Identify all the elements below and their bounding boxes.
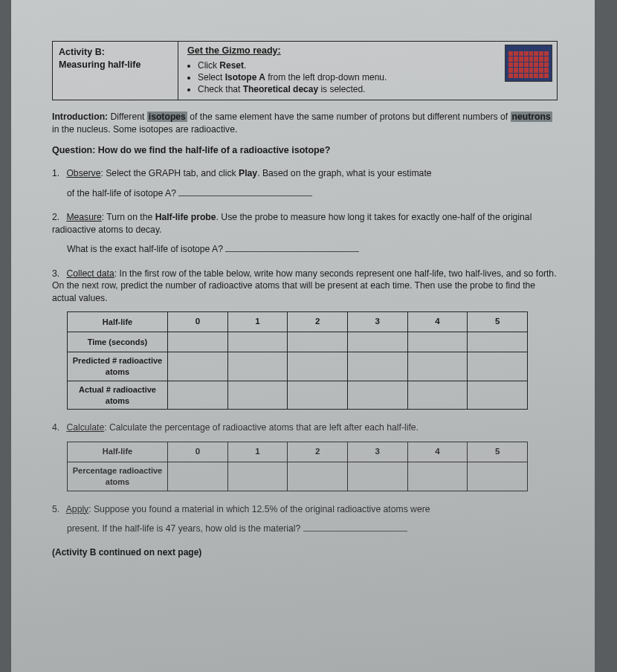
- table-row: Time (seconds): [68, 332, 528, 352]
- question-1: 1. Observe: Select the GRAPH tab, and cl…: [52, 167, 558, 199]
- half-life-table-2: Half-life 0 1 2 3 4 5 Percentage radioac…: [67, 442, 528, 491]
- keyword-isotopes: isotopes: [147, 112, 187, 122]
- activity-name: Measuring half-life: [59, 59, 140, 70]
- answer-blank-2[interactable]: [225, 243, 359, 252]
- table-row: Percentage radioactive atoms: [68, 462, 528, 491]
- question-3: 3. Collect data: In the first row of the…: [52, 268, 558, 410]
- activity-label: Activity B:: [59, 47, 105, 57]
- question-5-sub: present. If the half-life is 47 years, h…: [67, 523, 558, 534]
- table-row: Half-life 0 1 2 3 4 5: [68, 312, 528, 332]
- gizmo-ready-list: Click Reset. Select Isotope A from the l…: [198, 59, 551, 96]
- keyword-neutrons: neutrons: [511, 112, 552, 122]
- half-life-table-1: Half-life 0 1 2 3 4 5 Time (seconds) Pre…: [67, 311, 528, 410]
- worksheet-page: Activity B: Measuring half-life Get the …: [11, 0, 595, 672]
- ready-bullet-2: Select Isotope A from the left drop-down…: [198, 71, 551, 83]
- gizmo-ready-title: Get the Gizmo ready:: [187, 45, 281, 56]
- question-1-sub: of the half-life of isotope A?: [67, 187, 558, 199]
- continued-note: (Activity B continued on next page): [52, 546, 558, 558]
- ready-bullet-1: Click Reset.: [198, 59, 551, 71]
- main-question: Question: How do we find the half-life o…: [52, 144, 558, 157]
- introduction-text: Introduction: Different isotopes of the …: [52, 111, 558, 135]
- activity-header-box: Activity B: Measuring half-life Get the …: [52, 41, 558, 100]
- answer-blank-1[interactable]: [178, 187, 312, 196]
- activity-title-cell: Activity B: Measuring half-life: [53, 42, 178, 100]
- gizmo-thumbnail-grid: [508, 51, 549, 78]
- question-2-sub: What is the exact half-life of isotope A…: [67, 243, 558, 255]
- table-row: Actual # radioactive atoms: [68, 381, 528, 410]
- question-4: 4. Calculate: Calculate the percentage o…: [52, 421, 558, 491]
- gizmo-thumbnail: [505, 45, 552, 82]
- table-row: Half-life 0 1 2 3 4 5: [68, 442, 528, 462]
- gizmo-ready-cell: Get the Gizmo ready: Click Reset. Select…: [178, 42, 557, 100]
- ready-bullet-3: Check that Theoretical decay is selected…: [198, 83, 551, 95]
- question-2: 2. Measure: Turn on the Half-life probe.…: [52, 211, 558, 255]
- table-row: Predicted # radioactive atoms: [68, 352, 528, 381]
- question-5: 5. Apply: Suppose you found a material i…: [52, 503, 558, 535]
- answer-blank-5[interactable]: [303, 523, 407, 532]
